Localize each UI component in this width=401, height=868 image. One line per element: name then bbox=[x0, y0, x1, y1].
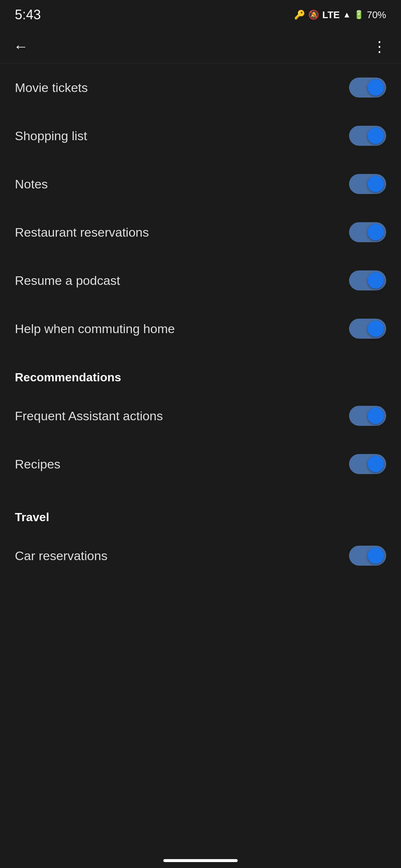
home-indicator bbox=[163, 859, 238, 862]
toggle-slider-frequent-assistant[interactable] bbox=[349, 406, 386, 426]
toggle-shopping-list[interactable] bbox=[349, 126, 386, 146]
list-item-frequent-assistant: Frequent Assistant actions bbox=[0, 392, 401, 440]
status-time: 5:43 bbox=[15, 7, 41, 23]
toggle-movie-tickets[interactable] bbox=[349, 78, 386, 98]
battery-icon: 🔋 bbox=[354, 10, 364, 20]
status-bar: 5:43 🔑 🔕 LTE ▲ 🔋 70% bbox=[0, 0, 401, 30]
status-icons: 🔑 🔕 LTE ▲ 🔋 70% bbox=[294, 9, 386, 21]
toggle-slider-car-reservations[interactable] bbox=[349, 546, 386, 566]
toggle-slider-movie-tickets[interactable] bbox=[349, 78, 386, 98]
toggle-resume-podcast[interactable] bbox=[349, 270, 386, 290]
key-icon: 🔑 bbox=[294, 10, 305, 20]
list-item-recipes: Recipes bbox=[0, 440, 401, 488]
toggle-slider-resume-podcast[interactable] bbox=[349, 270, 386, 290]
label-resume-podcast: Resume a podcast bbox=[15, 273, 120, 288]
toggle-car-reservations[interactable] bbox=[349, 546, 386, 566]
toggle-frequent-assistant[interactable] bbox=[349, 406, 386, 426]
toggle-slider-recipes[interactable] bbox=[349, 454, 386, 474]
list-item-restaurant-reservations: Restaurant reservations bbox=[0, 208, 401, 256]
label-shopping-list: Shopping list bbox=[15, 129, 87, 143]
list-item-notes: Notes bbox=[0, 160, 401, 208]
toggle-recipes[interactable] bbox=[349, 454, 386, 474]
label-car-reservations: Car reservations bbox=[15, 549, 107, 563]
label-restaurant-reservations: Restaurant reservations bbox=[15, 225, 149, 240]
toggle-slider-shopping-list[interactable] bbox=[349, 126, 386, 146]
toggle-restaurant-reservations[interactable] bbox=[349, 222, 386, 242]
list-item-car-reservations: Car reservations bbox=[0, 532, 401, 580]
mute-icon: 🔕 bbox=[308, 10, 319, 20]
list-item-commuting-home: Help when commuting home bbox=[0, 305, 401, 353]
label-commuting-home: Help when commuting home bbox=[15, 322, 175, 336]
section-label-recommendations: Recommendations bbox=[15, 371, 121, 384]
list-item-movie-tickets: Movie tickets bbox=[0, 63, 401, 112]
more-button[interactable]: ⋮ bbox=[372, 38, 388, 55]
battery-percent: 70% bbox=[367, 9, 386, 21]
toggle-commuting-home[interactable] bbox=[349, 319, 386, 339]
list-item-resume-podcast: Resume a podcast bbox=[0, 256, 401, 305]
toggle-slider-commuting-home[interactable] bbox=[349, 319, 386, 339]
toggle-slider-notes[interactable] bbox=[349, 174, 386, 194]
lte-label: LTE bbox=[322, 9, 340, 21]
section-header-recommendations: Recommendations bbox=[0, 353, 401, 392]
signal-icon: ▲ bbox=[343, 10, 351, 20]
section-header-travel: Travel bbox=[0, 488, 401, 532]
label-frequent-assistant: Frequent Assistant actions bbox=[15, 409, 163, 423]
label-movie-tickets: Movie tickets bbox=[15, 80, 88, 95]
nav-bar: ← ⋮ bbox=[0, 30, 401, 63]
back-button[interactable]: ← bbox=[13, 38, 28, 55]
toggle-notes[interactable] bbox=[349, 174, 386, 194]
section-label-travel: Travel bbox=[15, 510, 49, 524]
list-item-shopping-list: Shopping list bbox=[0, 112, 401, 160]
toggle-slider-restaurant-reservations[interactable] bbox=[349, 222, 386, 242]
label-recipes: Recipes bbox=[15, 457, 61, 471]
label-notes: Notes bbox=[15, 177, 48, 191]
